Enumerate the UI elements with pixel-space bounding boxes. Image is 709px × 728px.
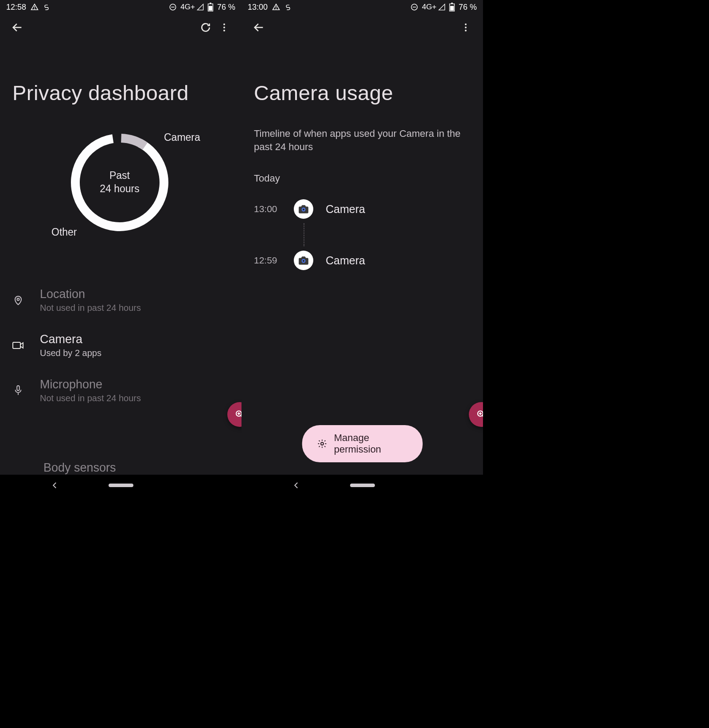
battery-percent: 76 %	[459, 3, 477, 12]
svg-point-32	[465, 27, 467, 28]
signal-icon	[197, 4, 204, 11]
perm-sub: Not used in past 24 hours	[40, 303, 141, 313]
signal-icon	[438, 4, 445, 11]
app-bar	[0, 14, 242, 41]
svg-point-1	[35, 8, 35, 9]
camera-outline-icon	[12, 341, 24, 350]
more-vert-icon	[219, 22, 230, 33]
svg-point-33	[465, 30, 467, 31]
page-subtitle: Timeline of when apps used your Camera i…	[242, 127, 483, 173]
battery-percent: 76 %	[217, 3, 235, 12]
zoom-in-icon	[476, 409, 483, 420]
perm-row-microphone[interactable]: Microphone Not used in past 24 hours	[0, 368, 242, 413]
perm-row-body-sensors-cutoff[interactable]: Body sensors	[43, 461, 116, 475]
manage-permission-label: Manage permission	[334, 432, 408, 455]
warning-triangle-icon	[272, 3, 280, 11]
status-bar: 12:58 4G+ 76 %	[0, 0, 242, 14]
gear-icon	[317, 438, 327, 449]
svg-point-35	[303, 209, 304, 210]
svg-point-31	[465, 23, 467, 25]
perm-sub: Not used in past 24 hours	[40, 393, 141, 403]
battery-icon	[207, 3, 214, 12]
usage-app-name: Camera	[326, 203, 365, 216]
dnd-icon	[410, 3, 418, 11]
status-bar: 13:00 4G+ 76 %	[242, 0, 483, 14]
more-vert-icon	[460, 22, 471, 33]
manage-permission-button[interactable]: Manage permission	[302, 425, 423, 462]
svg-rect-29	[450, 6, 454, 10]
usage-time: 13:00	[254, 204, 281, 214]
svg-point-23	[276, 8, 277, 9]
svg-point-37	[303, 260, 304, 262]
status-time: 13:00	[248, 3, 268, 12]
warning-triangle-icon	[31, 3, 39, 11]
app-icon-camera	[294, 199, 313, 219]
app-bar	[242, 14, 483, 41]
camera-app-icon	[298, 255, 309, 266]
permission-list: Location Not used in past 24 hours Camer…	[0, 260, 242, 413]
usage-row[interactable]: 13:00 Camera	[242, 195, 483, 223]
nav-back-icon[interactable]	[51, 481, 59, 489]
right-screenshot: 13:00 4G+ 76 % Camera usage Timeline of …	[242, 0, 483, 496]
system-nav-bar	[0, 475, 242, 496]
zoom-fab[interactable]	[469, 402, 483, 427]
svg-rect-16	[17, 386, 19, 391]
left-screenshot: 12:58 4G+ 76 % Privacy dashboard	[0, 0, 242, 496]
system-nav-bar	[242, 475, 483, 496]
app-icon-camera	[294, 251, 313, 270]
timeline-connector	[304, 223, 483, 246]
status-time: 12:58	[6, 3, 26, 12]
nav-back-icon[interactable]	[292, 481, 300, 489]
donut-center-label: Past 24 hours	[64, 127, 175, 238]
refresh-icon	[200, 22, 211, 33]
perm-row-camera[interactable]: Camera Used by 2 apps	[0, 323, 242, 368]
donut-label-camera: Camera	[164, 132, 200, 143]
usage-row[interactable]: 12:59 Camera	[242, 246, 483, 275]
back-arrow-icon	[253, 21, 265, 34]
more-button[interactable]	[215, 18, 234, 37]
s-badge-icon	[284, 4, 292, 11]
usage-donut-chart: Past 24 hours Camera Other	[0, 127, 242, 260]
perm-title: Camera	[40, 333, 101, 346]
back-button[interactable]	[8, 18, 27, 37]
more-button[interactable]	[456, 18, 475, 37]
microphone-icon	[13, 384, 23, 397]
location-pin-icon	[13, 294, 23, 306]
usage-app-name: Camera	[326, 254, 365, 267]
nav-pill[interactable]	[109, 484, 133, 487]
page-title: Camera usage	[242, 41, 483, 127]
network-type: 4G+	[422, 3, 436, 12]
perm-row-location[interactable]: Location Not used in past 24 hours	[0, 278, 242, 323]
dnd-icon	[169, 3, 177, 11]
battery-icon	[449, 3, 455, 12]
perm-sub: Used by 2 apps	[40, 348, 101, 358]
svg-point-42	[320, 442, 323, 445]
svg-rect-28	[451, 3, 453, 4]
back-button[interactable]	[249, 18, 268, 37]
svg-rect-15	[13, 342, 20, 349]
svg-line-39	[483, 416, 483, 418]
svg-point-10	[223, 27, 225, 28]
svg-rect-6	[210, 3, 211, 4]
perm-title: Location	[40, 287, 141, 301]
section-today: Today	[242, 173, 483, 195]
perm-title: Microphone	[40, 378, 141, 391]
svg-point-14	[17, 298, 19, 301]
donut-label-other: Other	[51, 226, 77, 238]
back-arrow-icon	[11, 21, 23, 34]
svg-point-9	[223, 23, 225, 25]
svg-rect-7	[209, 6, 212, 10]
network-type: 4G+	[180, 3, 195, 12]
page-title: Privacy dashboard	[0, 41, 242, 127]
nav-pill[interactable]	[350, 484, 375, 487]
s-badge-icon	[43, 4, 50, 11]
refresh-button[interactable]	[196, 18, 215, 37]
camera-app-icon	[298, 203, 309, 215]
svg-point-11	[223, 30, 225, 31]
usage-time: 12:59	[254, 255, 281, 266]
